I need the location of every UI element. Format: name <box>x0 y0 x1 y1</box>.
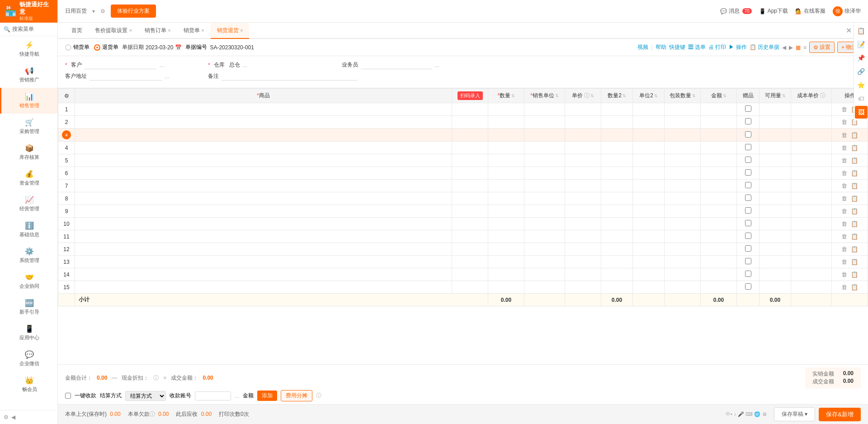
row-goods-14[interactable] <box>75 268 452 281</box>
copy-btn-6[interactable]: 📋 <box>850 170 859 176</box>
sidebar-item-quick[interactable]: ⚡ 快捷导航 <box>0 36 57 62</box>
tab-price-extract[interactable]: 售价提取设置 × <box>89 23 138 39</box>
shortcuts-btn[interactable]: 快捷键 <box>669 43 685 51</box>
close-tab-icon[interactable]: ✕ <box>846 26 852 35</box>
next-record-icon[interactable]: ▶ <box>789 44 793 51</box>
radio-sale[interactable]: 销货单 <box>65 43 90 51</box>
split-btn[interactable]: 费用分摊 <box>281 390 312 401</box>
sidebar-item-system[interactable]: ⚙️ 系统管理 <box>0 243 57 268</box>
copy-btn-3[interactable]: 📋 <box>850 132 859 138</box>
row-goods-2[interactable] <box>75 116 452 129</box>
gift-checkbox-11[interactable] <box>745 233 751 239</box>
sidebar-item-search[interactable]: 🔍 搜索菜单 <box>0 23 57 36</box>
history-btn[interactable]: 📋 历史单据 <box>750 43 779 51</box>
video-btn[interactable]: 视频 <box>637 43 648 51</box>
list-view-icon[interactable]: ≡ <box>803 44 807 51</box>
settings-icon[interactable]: ⚙ <box>100 8 105 14</box>
copy-btn-14[interactable]: 📋 <box>850 271 859 278</box>
delete-btn-3[interactable]: 🗑 <box>840 132 848 138</box>
gift-checkbox-2[interactable] <box>745 118 751 124</box>
row-qty-4[interactable] <box>488 142 524 154</box>
delete-btn-15[interactable]: 🗑 <box>840 284 848 291</box>
row-qty-8[interactable] <box>488 192 524 205</box>
delete-btn-14[interactable]: 🗑 <box>840 271 848 278</box>
save-draft-btn[interactable]: 保存草稿 ▾ <box>774 407 815 421</box>
tab-sales-return[interactable]: 销货退货 × <box>211 23 250 39</box>
goods-input-2[interactable] <box>79 119 448 125</box>
row-gift-4[interactable] <box>737 142 760 154</box>
add-row-btn[interactable]: + <box>62 130 71 139</box>
copy-btn-13[interactable]: 📋 <box>850 258 859 265</box>
row-qty-14[interactable] <box>488 268 524 281</box>
copy-btn-12[interactable]: 📋 <box>850 246 859 252</box>
gift-checkbox-15[interactable] <box>745 283 751 290</box>
goods-input-13[interactable] <box>79 259 448 265</box>
one-click-checkbox[interactable] <box>65 393 71 399</box>
prev-record-icon[interactable]: ◀ <box>782 44 786 51</box>
save-new-btn[interactable]: 保存&新增 <box>819 408 861 421</box>
row-gift-11[interactable] <box>737 230 760 243</box>
delete-btn-8[interactable]: 🗑 <box>840 195 848 202</box>
row-goods-11[interactable] <box>75 230 452 243</box>
qty-input-8[interactable] <box>493 195 520 202</box>
right-icon-1[interactable]: 📋 <box>855 24 868 37</box>
row-goods-8[interactable] <box>75 192 452 205</box>
row-gift-10[interactable] <box>737 218 760 230</box>
sidebar-item-basic[interactable]: ℹ️ 基础信息 <box>0 217 57 243</box>
gift-checkbox-3[interactable] <box>745 131 751 138</box>
salesperson-input[interactable] <box>361 61 432 69</box>
right-icon-4[interactable]: 🔗 <box>855 65 868 78</box>
row-qty-7[interactable] <box>488 180 524 192</box>
goods-input-11[interactable] <box>79 233 448 240</box>
delete-btn-5[interactable]: 🗑 <box>840 157 848 164</box>
row-qty-15[interactable] <box>488 281 524 294</box>
row-goods-3[interactable] <box>75 129 452 142</box>
qty-input-12[interactable] <box>493 246 520 252</box>
row-qty-12[interactable] <box>488 243 524 256</box>
row-qty-1[interactable] <box>488 103 524 116</box>
goods-input-15[interactable] <box>79 284 448 291</box>
qty-input-5[interactable] <box>493 157 520 164</box>
sidebar-item-finance[interactable]: 💰 资金管理 <box>0 165 57 191</box>
sidebar-bottom[interactable]: ⚙ ◀ <box>0 410 57 424</box>
copy-btn-7[interactable]: 📋 <box>850 182 859 189</box>
account-dots[interactable]: ... <box>235 393 239 399</box>
delete-btn-6[interactable]: 🗑 <box>840 170 848 176</box>
qty-input-1[interactable] <box>493 106 520 113</box>
row-qty-11[interactable] <box>488 230 524 243</box>
row-goods-9[interactable] <box>75 205 452 218</box>
customer-dots[interactable]: ... <box>160 62 164 68</box>
qty-input-15[interactable] <box>493 284 520 291</box>
copy-btn-4[interactable]: 📋 <box>850 144 859 151</box>
row-gift-13[interactable] <box>737 256 760 268</box>
right-icon-3[interactable]: 📌 <box>855 52 868 64</box>
right-icon-6[interactable]: 🏷 <box>855 92 868 105</box>
delete-btn-12[interactable]: 🗑 <box>840 246 848 252</box>
sidebar-item-marketing[interactable]: 📢 营销推广 <box>0 62 57 88</box>
goods-input-5[interactable] <box>79 157 448 164</box>
sidebar-item-wechat[interactable]: 💬 企业微信 <box>0 346 57 372</box>
row-qty-2[interactable] <box>488 116 524 129</box>
tab-price-extract-close[interactable]: × <box>129 28 132 33</box>
print-btn[interactable]: 🖨 打印 <box>708 43 726 51</box>
copy-btn-11[interactable]: 📋 <box>850 233 859 240</box>
delete-btn-9[interactable]: 🗑 <box>840 208 848 214</box>
salesperson-dots[interactable]: ... <box>435 62 439 68</box>
sidebar-item-guide[interactable]: 🆕 新手引导 <box>0 294 57 320</box>
qty-input-11[interactable] <box>493 233 520 240</box>
delete-btn-1[interactable]: 🗑 <box>840 106 848 113</box>
goods-input-3[interactable] <box>79 132 448 138</box>
row-gift-6[interactable] <box>737 167 760 180</box>
goods-input-9[interactable] <box>79 208 448 214</box>
row-goods-10[interactable] <box>75 218 452 230</box>
gift-checkbox-4[interactable] <box>745 144 751 150</box>
address-input[interactable] <box>90 72 162 81</box>
tab-home[interactable]: 首页 <box>65 23 89 39</box>
right-icon-7[interactable]: 🖼 <box>855 106 868 119</box>
copy-btn-5[interactable]: 📋 <box>850 157 859 164</box>
app-download-btn[interactable]: 📱 App下载 <box>759 7 788 15</box>
right-icon-2[interactable]: 📝 <box>855 38 868 51</box>
sidebar-item-apps[interactable]: 📱 应用中心 <box>0 320 57 346</box>
goods-input-4[interactable] <box>79 145 448 151</box>
row-gift-15[interactable] <box>737 281 760 294</box>
